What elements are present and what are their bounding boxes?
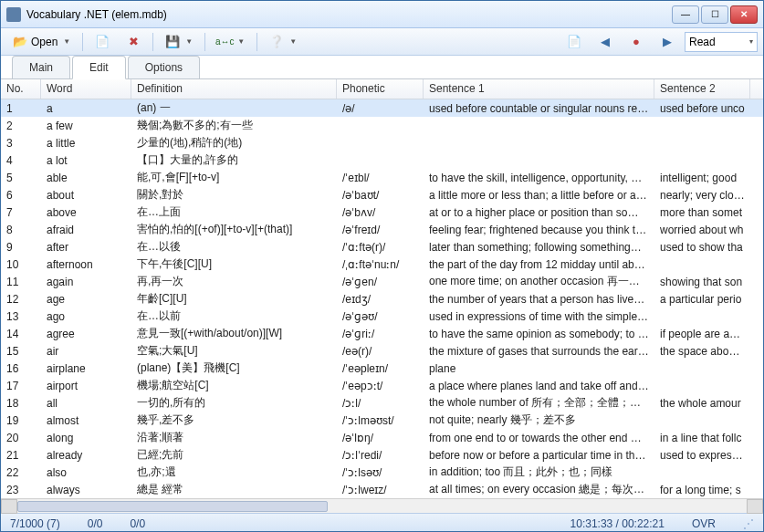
table-row[interactable]: 3a little少量的(地),稍許的(地) xyxy=(1,134,763,151)
cell-no: 8 xyxy=(1,223,41,237)
col-definition[interactable]: Definition xyxy=(131,79,337,99)
cell-sentence2: used to show tha xyxy=(654,240,750,255)
cell-word: a xyxy=(41,101,131,116)
new-button[interactable]: 📄 xyxy=(89,31,116,53)
table-row[interactable]: 14agree意見一致[(+with/about/on)][W]/əˈɡriː/… xyxy=(1,325,763,342)
horizontal-scrollbar[interactable] xyxy=(1,498,763,513)
table-row[interactable]: 5able能,可,會[F][+to-v]/ˈeɪbl/to have the s… xyxy=(1,169,763,186)
cell-sentence2 xyxy=(654,316,750,318)
cell-sentence2 xyxy=(654,125,750,127)
read-combo[interactable]: Read ▾ xyxy=(685,32,758,52)
table-row[interactable]: 15air空氣;大氣[U]/eə(r)/the mixture of gases… xyxy=(1,342,763,360)
col-sentence1[interactable]: Sentence 1 xyxy=(424,79,654,99)
cell-no: 4 xyxy=(1,153,41,168)
cell-sentence2 xyxy=(654,264,750,266)
grid-headers: No. Word Definition Phonetic Sentence 1 … xyxy=(1,79,763,99)
table-row[interactable]: 21already已經;先前/ɔːlˈredi/before now or be… xyxy=(1,446,763,464)
col-phonetic[interactable]: Phonetic xyxy=(337,79,424,99)
cell-no: 17 xyxy=(1,379,41,393)
table-row[interactable]: 12age年齡[C][U]/eɪdʒ/the number of years t… xyxy=(1,290,763,308)
table-row[interactable]: 11again再,再一次/əˈɡen/one more time; on ano… xyxy=(1,273,763,290)
cell-word: airport xyxy=(41,379,131,393)
cell-no: 22 xyxy=(1,465,41,480)
separator xyxy=(82,33,83,51)
cell-sentence1: a place where planes land and take off a… xyxy=(424,379,654,393)
delete-button[interactable]: ✖ xyxy=(120,31,147,53)
cell-no: 12 xyxy=(1,292,41,307)
maximize-button[interactable]: ☐ xyxy=(701,5,728,24)
cell-no: 3 xyxy=(1,136,41,151)
cell-definition: 已經;先前 xyxy=(131,446,337,464)
doc-button[interactable]: 📄 xyxy=(560,31,588,53)
next-button[interactable]: ▶ xyxy=(654,31,681,53)
cell-no: 1 xyxy=(1,101,41,116)
cell-phonetic: /əˈlɒŋ/ xyxy=(337,431,424,445)
cell-phonetic: /ˈɔːlsəʊ/ xyxy=(337,465,424,480)
cell-phonetic: /eɪdʒ/ xyxy=(337,292,424,307)
tab-edit[interactable]: Edit xyxy=(72,56,126,79)
table-row[interactable]: 4a lot【口】大量的,許多的 xyxy=(1,151,763,169)
table-row[interactable]: 16airplane(plane)【美】飛機[C]/ˈeəpleɪn/plane xyxy=(1,360,763,377)
table-row[interactable]: 19almost幾乎,差不多/ˈɔːlməʊst/not quite; near… xyxy=(1,412,763,429)
table-row[interactable]: 9after在…以後/ˈɑːftə(r)/later than somethin… xyxy=(1,238,763,256)
cell-definition: 害怕的,怕的[(+of)][+to-v][+(that)] xyxy=(131,221,337,238)
table-row[interactable]: 2a few幾個;為數不多的;有一些 xyxy=(1,117,763,134)
cell-word: afternoon xyxy=(41,257,131,272)
table-row[interactable]: 1a(an) 一/ə/used before countable or sing… xyxy=(1,99,763,117)
cell-sentence2: worried about wh xyxy=(654,223,750,237)
col-sentence2[interactable]: Sentence 2 xyxy=(654,79,750,99)
cell-sentence1: the number of years that a person has li… xyxy=(424,292,654,307)
statusbar: 7/1000 (7) 0/0 0/0 10:31:33 / 00:22:21 O… xyxy=(1,513,763,532)
cell-no: 2 xyxy=(1,119,41,133)
cell-no: 15 xyxy=(1,344,41,359)
help-button[interactable]: ❔▼ xyxy=(263,31,303,53)
table-row[interactable]: 18all一切的,所有的/ɔːl/the whole number of 所有；… xyxy=(1,394,763,412)
cell-sentence1: later than something; following somethin… xyxy=(424,240,654,255)
table-row[interactable]: 10afternoon下午,午後[C][U]/ˌɑːftəˈnuːn/the p… xyxy=(1,256,763,273)
cell-sentence1: to have the skill, intelligence, opportu… xyxy=(424,171,654,185)
cell-sentence2: if people are agre xyxy=(654,327,750,341)
cell-definition: 在…上面 xyxy=(131,203,337,221)
cell-phonetic: /ˈeəpleɪn/ xyxy=(337,361,424,376)
tab-main[interactable]: Main xyxy=(12,56,70,78)
minimize-button[interactable]: — xyxy=(672,5,699,24)
table-row[interactable]: 13ago在…以前/əˈɡəʊ/used in expressions of t… xyxy=(1,308,763,325)
record-button[interactable]: ● xyxy=(623,31,650,53)
cell-no: 14 xyxy=(1,327,41,341)
switch-icon: a↔c xyxy=(217,35,232,49)
prev-button[interactable]: ◀ xyxy=(591,31,619,53)
cell-sentence1: feeling fear; frightened because you thi… xyxy=(424,223,654,237)
grid-rows: 1a(an) 一/ə/used before countable or sing… xyxy=(1,99,763,498)
table-row[interactable]: 22also也,亦;還/ˈɔːlsəʊ/in addition; too 而且；… xyxy=(1,464,763,481)
triangle-left-icon: ◀ xyxy=(598,35,612,49)
table-row[interactable]: 20along沿著;順著/əˈlɒŋ/from one end to or to… xyxy=(1,429,763,446)
cell-sentence1: to have the same opinion as somebody; to… xyxy=(424,327,654,341)
open-button[interactable]: 📂 Open ▼ xyxy=(6,31,77,53)
close-button[interactable]: ✕ xyxy=(730,5,758,24)
cell-phonetic: /əˈbaʊt/ xyxy=(337,188,424,203)
cell-phonetic: /əˈbʌv/ xyxy=(337,205,424,220)
table-row[interactable]: 23always總是 經常/ˈɔːlweɪz/at all times; on … xyxy=(1,481,763,498)
window-title: Vocabulary .NET (elem.mdb) xyxy=(26,8,672,21)
scrollbar-thumb[interactable] xyxy=(17,501,328,512)
cell-word: along xyxy=(41,431,131,445)
cell-no: 6 xyxy=(1,188,41,203)
cell-sentence2: for a long time; s xyxy=(654,483,750,497)
cell-sentence2: the whole amour xyxy=(654,396,750,411)
table-row[interactable]: 8afraid害怕的,怕的[(+of)][+to-v][+(that)]/əˈf… xyxy=(1,221,763,238)
save-button[interactable]: 💾▼ xyxy=(159,31,199,53)
status-time: 10:31:33 / 00:22:21 xyxy=(570,517,665,530)
table-row[interactable]: 6about關於,對於/əˈbaʊt/a little more or less… xyxy=(1,186,763,203)
col-word[interactable]: Word xyxy=(41,79,131,99)
cell-phonetic: /ˌɑːftəˈnuːn/ xyxy=(337,257,424,272)
col-no[interactable]: No. xyxy=(1,79,41,99)
cell-definition: 幾乎,差不多 xyxy=(131,412,337,429)
tab-options[interactable]: Options xyxy=(128,56,200,78)
cell-sentence2: intelligent; good xyxy=(654,171,750,185)
cell-word: afraid xyxy=(41,223,131,237)
table-row[interactable]: 17airport機場;航空站[C]/ˈeəpɔːt/a place where… xyxy=(1,377,763,394)
switch-button[interactable]: a↔c▼ xyxy=(211,31,251,53)
table-row[interactable]: 7above在…上面/əˈbʌv/at or to a higher place… xyxy=(1,203,763,221)
resize-grip-icon[interactable]: ⋰ xyxy=(743,517,754,530)
cell-sentence1: plane xyxy=(424,361,654,376)
